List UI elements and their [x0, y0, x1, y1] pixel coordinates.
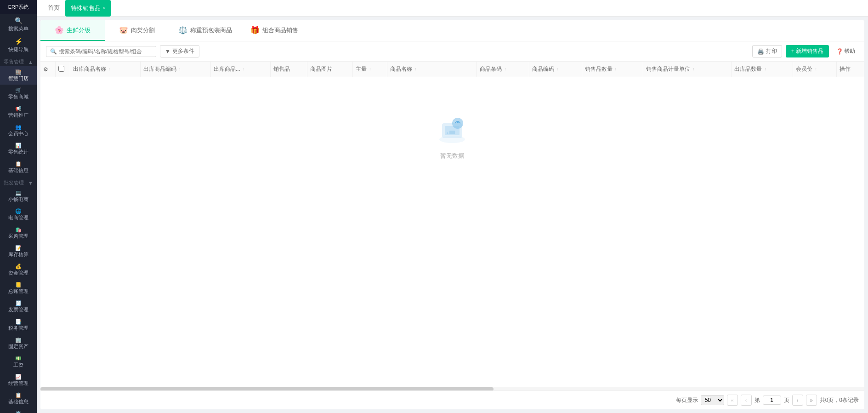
- sidebar-item-micro-store[interactable]: 💻 小畅电商: [0, 187, 37, 206]
- page-input[interactable]: [763, 396, 781, 405]
- svg-point-4: [457, 121, 459, 123]
- toolbar-right: 🖨️ 打印 + 新增销售品 ❓ 帮助: [752, 45, 859, 57]
- sidebar-item-inventory[interactable]: 📝 库存核算: [0, 242, 37, 261]
- empty-state-row: 暂无数据: [40, 77, 864, 197]
- sidebar-logo: ERP系统: [0, 0, 37, 14]
- col-actions: 操作: [836, 62, 864, 77]
- col-out-product-extra[interactable]: 出库商品... ↕: [210, 62, 270, 77]
- sidebar-item-ecommerce[interactable]: 🌐 电商管理: [0, 206, 37, 224]
- col-label: 商品条码: [480, 66, 502, 72]
- col-label: 主量: [356, 66, 367, 72]
- per-page-select[interactable]: 50 10 20 100: [701, 395, 724, 405]
- sidebar-item-tax[interactable]: 📑 税务管理: [0, 316, 37, 334]
- sidebar-item-fixed-assets[interactable]: 🏢 固定资产: [0, 334, 37, 353]
- sidebar-item-member-center[interactable]: 👥 会员中心: [0, 121, 37, 140]
- sidebar-item-invoice[interactable]: 🧾 发票管理: [0, 298, 37, 316]
- sidebar-item-ledger[interactable]: 📒 总账管理: [0, 279, 37, 298]
- sidebar-wholesale-mgmt[interactable]: 批发管理 ▼: [0, 177, 37, 187]
- nav-active-tab[interactable]: 特殊销售品 ×: [65, 0, 111, 17]
- col-product-image[interactable]: 商品图片: [307, 62, 352, 77]
- col-product-name[interactable]: 商品名称 ↕: [387, 62, 477, 77]
- tab-weigh-pack[interactable]: ⚖️ 称重预包装商品: [169, 20, 241, 41]
- lightning-icon: ⚡: [15, 38, 23, 45]
- sidebar-item-basic-info2[interactable]: 📋 基础信息: [0, 390, 37, 408]
- print-button[interactable]: 🖨️ 打印: [752, 45, 782, 57]
- purchase-icon: 🛍️: [15, 227, 22, 233]
- col-sale-unit[interactable]: 销售商品计量单位 ↕: [643, 62, 732, 77]
- col-label: 销售商品计量单位: [646, 66, 690, 72]
- sidebar-item-label: 库存核算: [8, 251, 28, 258]
- print-label: 打印: [766, 47, 777, 55]
- sidebar-section-label: 零售管理: [4, 58, 24, 65]
- horizontal-scrollbar[interactable]: [40, 387, 864, 390]
- page-suffix: 页: [784, 396, 789, 404]
- col-member-price[interactable]: 会员价 ↕: [793, 62, 837, 77]
- capital-icon: 💰: [15, 264, 22, 270]
- nav-home[interactable]: 首页: [42, 0, 65, 17]
- tab-label: 组合商品销售: [262, 26, 298, 34]
- sidebar-item-purchase[interactable]: 🛍️ 采购管理: [0, 224, 37, 242]
- tab-label: 称重预包装商品: [190, 26, 232, 34]
- col-out-product-name[interactable]: 出库商品名称 ↕: [70, 62, 140, 77]
- basic2-icon: 📋: [15, 392, 22, 398]
- first-page-button[interactable]: «: [727, 395, 738, 406]
- col-label: 出库商品...: [214, 66, 240, 72]
- tab-label: 生鲜分级: [67, 26, 91, 34]
- sidebar-item-system[interactable]: ⚙️ 系统管理: [0, 408, 37, 413]
- help-button[interactable]: ❓ 帮助: [833, 46, 859, 57]
- micro-icon: 💻: [15, 190, 22, 196]
- empty-state: 暂无数据: [40, 77, 864, 197]
- sidebar: ERP系统 🔍 搜索菜单 ⚡ 快捷导航 零售管理 ▲ 🏬 智慧门店 🛒 零售商城…: [0, 0, 37, 413]
- sort-icon: ↕: [765, 67, 766, 71]
- col-settings[interactable]: ⚙: [40, 62, 55, 77]
- tab-fresh-grade[interactable]: 🌸 生鲜分级: [40, 20, 105, 41]
- sidebar-item-smart-store[interactable]: 🏬 智慧门店: [0, 66, 37, 85]
- tab-meat-cut[interactable]: 🐷 肉类分割: [105, 20, 169, 41]
- operations-icon: 📈: [15, 374, 22, 380]
- col-product-barcode[interactable]: 商品条码 ↕: [477, 62, 529, 77]
- search-icon: 🔍: [15, 17, 23, 24]
- sort-icon: ↕: [693, 67, 695, 71]
- sidebar-item-search-menu[interactable]: 🔍 搜索菜单: [0, 14, 37, 35]
- select-all-checkbox[interactable]: [58, 66, 64, 72]
- col-product-code[interactable]: 商品编码 ↕: [529, 62, 582, 77]
- col-label: 商品名称: [390, 66, 412, 72]
- table-body: 暂无数据: [40, 77, 864, 197]
- filter-button[interactable]: ▼ 更多条件: [160, 45, 199, 57]
- prev-page-button[interactable]: ‹: [741, 395, 752, 406]
- sidebar-item-label: 小畅电商: [8, 196, 28, 203]
- sidebar-item-basic-info[interactable]: 📋 基础信息: [0, 158, 37, 177]
- sort-icon: ↕: [243, 67, 244, 71]
- add-sale-product-button[interactable]: + 新增销售品: [786, 45, 829, 57]
- filter-icon: ▼: [165, 48, 170, 55]
- col-out-product-code[interactable]: 出库商品编码 ↕: [140, 62, 210, 77]
- last-page-button[interactable]: »: [806, 395, 817, 406]
- salary-icon: 💵: [15, 356, 22, 361]
- basic-icon: 📋: [15, 161, 22, 167]
- sidebar-item-capital[interactable]: 💰 资金管理: [0, 261, 37, 279]
- total-label: 共0页，0条记录: [820, 396, 859, 404]
- data-table: ⚙ 出库商品名称 ↕ 出库商品编码 ↕: [40, 62, 864, 197]
- search-box[interactable]: 🔍: [46, 46, 156, 57]
- tab-close-icon[interactable]: ×: [102, 6, 105, 11]
- member-icon: 👥: [15, 124, 22, 130]
- sidebar-item-retail-stats[interactable]: 📊 零售统计: [0, 140, 37, 158]
- sidebar-item-operations[interactable]: 📈 经营管理: [0, 371, 37, 390]
- col-sale-product[interactable]: 销售品: [271, 62, 307, 77]
- search-input[interactable]: [59, 48, 152, 55]
- next-page-button[interactable]: ›: [792, 395, 803, 406]
- sort-icon: ↕: [415, 67, 417, 71]
- sidebar-item-label: 零售统计: [8, 149, 28, 155]
- table-container: ⚙ 出库商品名称 ↕ 出库商品编码 ↕: [40, 62, 864, 387]
- toolbar: 🔍 ▼ 更多条件 🖨️ 打印 + 新增销售品 ❓ 帮助: [40, 41, 864, 62]
- sidebar-item-retail-mall[interactable]: 🛒 零售商城: [0, 85, 37, 103]
- col-out-qty[interactable]: 出库品数量 ↕: [732, 62, 793, 77]
- sidebar-retail-mgmt[interactable]: 零售管理 ▲: [0, 56, 37, 66]
- sidebar-item-salary[interactable]: 💵 工资: [0, 353, 37, 371]
- col-main-weight[interactable]: 主量 ↕: [352, 62, 387, 77]
- col-checkbox[interactable]: [55, 62, 70, 77]
- tab-combo-sale[interactable]: 🎁 组合商品销售: [241, 20, 307, 41]
- col-sale-qty[interactable]: 销售品数量 ↕: [582, 62, 643, 77]
- sidebar-item-quick-nav[interactable]: ⚡ 快捷导航: [0, 35, 37, 56]
- sidebar-item-marketing[interactable]: 📢 营销推广: [0, 103, 37, 121]
